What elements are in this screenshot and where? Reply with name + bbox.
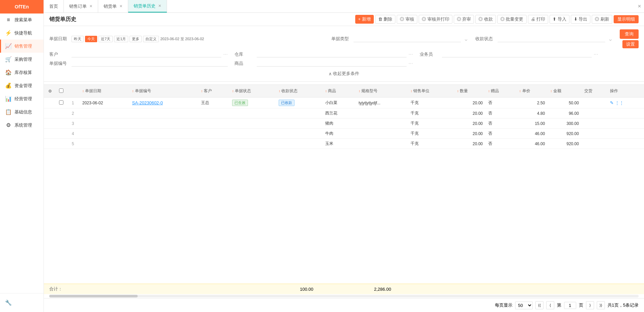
sidebar-item-finance[interactable]: 💰 资金管理 [0, 79, 44, 92]
doc-type-dropdown-icon[interactable]: ⌄ [464, 35, 469, 43]
doc-type-input[interactable] [354, 36, 461, 42]
date-btn-more[interactable]: 更多 [130, 36, 142, 42]
col-customer-header[interactable]: ↕ 客户 [198, 85, 229, 98]
audit-button[interactable]: ◎ 审核 [397, 15, 417, 24]
col-docstatus-header[interactable]: ↕ 单据状态 [229, 85, 276, 98]
col-gift-header[interactable]: ↕ 赠品 [485, 85, 516, 98]
date-btn-1month[interactable]: 近1月 [114, 36, 128, 42]
date-btn-7days[interactable]: 近7天 [99, 36, 113, 42]
row-date [80, 119, 130, 129]
goods-input[interactable] [257, 60, 407, 67]
col-price-header[interactable]: ↕ 单价 [516, 85, 548, 98]
warehouse-dot[interactable]: ··· [409, 52, 413, 57]
row-qty: 20.00 [454, 139, 485, 149]
sidebar-item-label: 销售管理 [15, 43, 32, 49]
date-btn-today[interactable]: 今天 [85, 36, 97, 42]
more-action[interactable]: ⋮⋮ [615, 100, 624, 105]
sidebar-item-sys-mgmt[interactable]: ⚙ 系统管理 [0, 119, 44, 132]
filter-salesperson: 业务员 ··· [420, 51, 598, 57]
row-collectstatus [276, 119, 323, 129]
col-settings-header[interactable]: ⚙ [44, 85, 56, 98]
filter-doc-type: 单据类型 ⌄ [331, 35, 469, 43]
date-btn-yesterday[interactable]: 昨天 [72, 36, 84, 42]
delete-button[interactable]: 🗑 删除 [375, 15, 396, 24]
tab-home[interactable]: 首页 [44, 0, 64, 12]
export-button[interactable]: ⬇ 导出 [571, 15, 591, 24]
sidebar-item-inventory[interactable]: 🏠 库存核算 [0, 66, 44, 79]
batch-change-button[interactable]: ◎ 批量变更 [497, 15, 527, 24]
show-detail-label: 显示明细 [617, 16, 635, 22]
summary-amount: 2,286.00 [374, 287, 391, 292]
per-page-select[interactable]: 50 100 200 [515, 302, 533, 309]
customer-dot[interactable]: ··· [223, 52, 228, 57]
row-customer [198, 139, 229, 149]
customer-input[interactable] [72, 51, 221, 57]
filter-settings-button[interactable]: 设置 [622, 40, 639, 48]
tab-bar-collapse[interactable]: ✕ [638, 4, 644, 9]
filter-doc-no: 单据编号 [49, 60, 228, 67]
select-all-checkbox[interactable] [59, 88, 63, 93]
collapse-filter-btn[interactable]: ∧ 收起更多条件 [49, 69, 639, 78]
goods-label: 商品 [234, 60, 255, 67]
col-docno-header[interactable]: ↕ 单据编号 [130, 85, 198, 98]
import-button[interactable]: ⬆ 导入 [550, 15, 569, 24]
col-date-header[interactable]: ↕ 单据日期 [80, 85, 130, 98]
row-num: 5 [66, 139, 80, 149]
warehouse-input[interactable] [257, 51, 407, 57]
doc-no-link[interactable]: SA-20230602-0 [132, 100, 163, 105]
tab-sales-history[interactable]: 销货单历史 ✕ [128, 0, 167, 12]
next-page-btn[interactable]: ⟩ [586, 301, 594, 309]
sidebar-item-sales-mgmt[interactable]: 📈 销售管理 [0, 40, 44, 53]
row-docno [130, 108, 198, 119]
collect-status-input[interactable] [498, 36, 605, 42]
last-page-btn[interactable]: ⟩⟩ [597, 301, 605, 309]
sidebar-item-base-info[interactable]: 📋 基础信息 [0, 105, 44, 119]
collect-button[interactable]: ◎ 收款 [475, 15, 496, 24]
print-button[interactable]: 🖨 打印 [528, 15, 549, 24]
goods-dot[interactable]: ··· [409, 61, 413, 66]
col-spec-header[interactable]: ↕ 规格型号 [356, 85, 408, 98]
sales-icon: 📈 [5, 43, 12, 49]
collect-status-dropdown-icon[interactable]: ⌄ [608, 35, 613, 43]
salesperson-input[interactable] [442, 51, 592, 57]
sidebar-logo: OfTEn [0, 0, 44, 14]
col-unit-header[interactable]: ↕ 销售单位 [408, 85, 454, 98]
row-docno [130, 129, 198, 139]
page-label: 第 [557, 302, 561, 308]
salesperson-dot[interactable]: ··· [594, 52, 598, 57]
sidebar-item-purchase-mgmt[interactable]: 🛒 采购管理 [0, 53, 44, 66]
page-input[interactable] [564, 302, 576, 309]
export-label: ⬇ 导出 [574, 16, 588, 22]
tab-sales-order-close[interactable]: ✕ [89, 4, 92, 8]
audit-print-button[interactable]: ◎ 审核并打印 [419, 15, 452, 24]
sidebar-item-operations[interactable]: 📊 经营管理 [0, 92, 44, 105]
col-qty-header[interactable]: ↕ 数量 [454, 85, 485, 98]
sidebar-item-quick-nav[interactable]: ⚡ 快捷导航 [0, 26, 44, 40]
sidebar-item-search-menu[interactable]: ≡ 搜索菜单 [0, 14, 44, 26]
tab-sales-history-close[interactable]: ✕ [158, 4, 161, 8]
row-price: 15.00 [516, 119, 548, 129]
row-date [80, 129, 130, 139]
row-checkbox[interactable] [59, 100, 63, 105]
col-amount-header[interactable]: ↕ 金额 [548, 85, 582, 98]
sidebar-settings-btn[interactable]: 🔧 [0, 296, 44, 309]
col-goods-header[interactable]: ↕ 商品 [323, 85, 356, 98]
tab-sales-delivery-close[interactable]: ✕ [119, 4, 122, 8]
tab-sales-delivery[interactable]: 销货单 ✕ [98, 0, 128, 12]
col-collectstatus-header[interactable]: ↕ 收款状态 [276, 85, 323, 98]
doc-no-input[interactable] [72, 60, 228, 67]
row-date [80, 139, 130, 149]
show-detail-button[interactable]: 显示明细 [614, 15, 639, 23]
first-page-btn[interactable]: ⟨⟨ [535, 301, 543, 309]
refresh-button[interactable]: ◎ 刷新 [592, 15, 612, 24]
abandon-button[interactable]: ◎ 弃审 [454, 15, 474, 24]
query-button[interactable]: 查询 [620, 29, 639, 39]
prev-page-btn[interactable]: ⟨ [546, 301, 554, 309]
scroll-bar-track [49, 295, 639, 297]
scroll-bar-thumb[interactable] [49, 295, 138, 297]
date-btn-custom[interactable]: 自定义 [143, 36, 159, 42]
edit-action[interactable]: ✎ [610, 100, 614, 105]
new-button[interactable]: + 新增 [355, 15, 374, 24]
tab-sales-order[interactable]: 销售订单 ✕ [64, 0, 98, 12]
row-goods: 西兰花 [323, 108, 356, 119]
